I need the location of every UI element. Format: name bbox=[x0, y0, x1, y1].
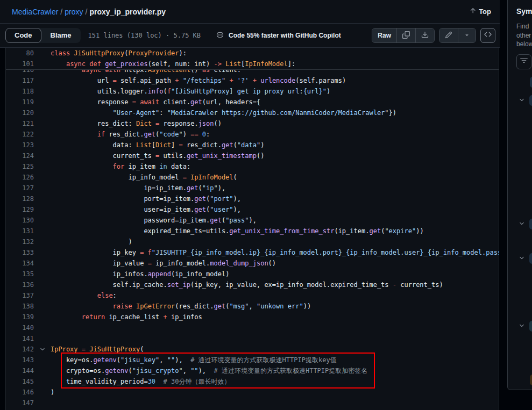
line-number[interactable]: 126 bbox=[6, 172, 34, 183]
symbol-item[interactable] bbox=[530, 77, 532, 88]
line-number[interactable]: 147 bbox=[6, 398, 34, 408]
line-number[interactable]: 141 bbox=[6, 333, 34, 344]
symbol-item[interactable] bbox=[529, 219, 532, 229]
edit-button[interactable] bbox=[439, 28, 458, 42]
code-line: 136 self.ip_cache.set_ip(ip_key, ip_valu… bbox=[6, 279, 499, 290]
symbols-panel-content: Sym Find other below bbox=[516, 1, 532, 69]
line-number[interactable]: 118 bbox=[6, 86, 34, 97]
code-line: 127 ip=ip_item.get("ip"), bbox=[6, 183, 499, 193]
line-number[interactable]: 132 bbox=[6, 236, 34, 247]
copilot-banner: Code 55% faster with GitHub Copilot bbox=[216, 31, 341, 41]
line-number[interactable]: 140 bbox=[6, 322, 34, 333]
raw-button[interactable]: Raw bbox=[372, 28, 397, 42]
line-number[interactable]: 129 bbox=[6, 204, 34, 215]
code-line: 120 "User-Agent": "MediaCrawler https://… bbox=[6, 107, 499, 118]
line-number[interactable]: 142 bbox=[6, 344, 34, 355]
fold-spacer bbox=[34, 387, 51, 398]
breadcrumb-repo-link[interactable]: MediaCrawler bbox=[12, 8, 58, 16]
code-text: else: bbox=[51, 290, 117, 301]
line-number[interactable]: 139 bbox=[6, 312, 34, 322]
code-line: 140 bbox=[6, 322, 499, 333]
code-text: url = self.api_path + "/fetchips" + '?' … bbox=[51, 75, 346, 86]
line-number[interactable]: 146 bbox=[6, 387, 34, 398]
edit-dropdown-button[interactable] bbox=[458, 28, 476, 42]
fold-chevron-icon[interactable] bbox=[34, 344, 51, 355]
code-line: 123 data: List[Dict] = res_dict.get("dat… bbox=[6, 140, 499, 150]
fold-spacer bbox=[34, 226, 51, 236]
chevron-down-icon[interactable] bbox=[519, 321, 525, 331]
line-number[interactable]: 80 bbox=[6, 48, 34, 59]
line-number[interactable]: 145 bbox=[6, 376, 34, 387]
code-text: self.ip_cache.set_ip(ip_key, ip_value, e… bbox=[51, 279, 443, 290]
line-number[interactable]: 128 bbox=[6, 193, 34, 204]
sticky-scope-header: 80class JiSuHttpProxy(ProxyProvider):101… bbox=[6, 48, 499, 70]
code-text: data: List[Dict] = res_dict.get("data") bbox=[51, 140, 264, 150]
line-number[interactable]: 130 bbox=[6, 215, 34, 226]
breadcrumb-dir-link[interactable]: proxy bbox=[65, 8, 83, 16]
code-line: 134 ip_value = ip_info_model.model_dump_… bbox=[6, 258, 499, 269]
line-number[interactable]: 124 bbox=[6, 150, 34, 161]
symbol-item[interactable] bbox=[529, 321, 532, 332]
code-text: IpProxy = JiSuHttpProxy( bbox=[51, 344, 144, 355]
tab-blame[interactable]: Blame bbox=[41, 28, 81, 43]
line-number[interactable]: 131 bbox=[6, 226, 34, 236]
symbol-item[interactable] bbox=[530, 375, 532, 385]
line-number[interactable]: 135 bbox=[6, 269, 34, 279]
line-number[interactable]: 137 bbox=[6, 290, 34, 301]
code-line: 145 time_validity_period=30 # 30分钟（最长时效） bbox=[6, 376, 499, 387]
fold-spacer bbox=[34, 322, 51, 333]
symbols-panel-heading: Sym bbox=[516, 7, 532, 16]
line-number[interactable]: 127 bbox=[6, 183, 34, 193]
chevron-down-icon[interactable] bbox=[519, 254, 525, 263]
line-number[interactable]: 119 bbox=[6, 97, 34, 107]
code-text: async def get_proxies(self, num: int) ->… bbox=[51, 59, 295, 69]
symbols-panel: Sym Find other below bbox=[507, 0, 532, 390]
download-button[interactable] bbox=[416, 28, 434, 42]
code-blame-switch: Code Blame bbox=[5, 28, 81, 43]
code-line: 139 return ip_cache_list + ip_infos bbox=[6, 312, 499, 322]
code-text: current_ts = utils.get_unix_timestamp() bbox=[51, 150, 264, 161]
code-text: user=ip_item.get("user"), bbox=[51, 204, 241, 215]
line-number[interactable]: 134 bbox=[6, 258, 34, 269]
code-text: password=ip_item.get("pass"), bbox=[51, 215, 257, 226]
fold-spacer bbox=[34, 129, 51, 140]
symbol-group-row bbox=[519, 253, 532, 264]
line-number[interactable]: 144 bbox=[6, 365, 34, 376]
line-number[interactable]: 121 bbox=[6, 118, 34, 129]
line-number[interactable]: 123 bbox=[6, 140, 34, 150]
fold-spacer bbox=[34, 150, 51, 161]
fold-spacer bbox=[34, 75, 51, 86]
breadcrumb: MediaCrawler/proxy/proxy_ip_provider.py bbox=[12, 8, 166, 16]
line-number[interactable]: 117 bbox=[6, 75, 34, 86]
code-line: 125 for ip_item in data: bbox=[6, 161, 499, 172]
back-to-top-link[interactable]: Top bbox=[469, 7, 491, 16]
fold-spacer bbox=[34, 172, 51, 183]
tab-code[interactable]: Code bbox=[5, 28, 41, 43]
symbol-item[interactable] bbox=[529, 253, 532, 264]
code-text: key=os.getenv("jisu_key", ""), # 通过环境变量的… bbox=[51, 355, 337, 365]
code-text: response = await client.get(url, headers… bbox=[51, 97, 260, 107]
chevron-down-icon[interactable] bbox=[519, 219, 525, 229]
line-number[interactable]: 101 bbox=[6, 59, 34, 69]
code-line: 146) bbox=[6, 387, 499, 398]
copy-button[interactable] bbox=[397, 28, 416, 42]
symbol-item[interactable] bbox=[529, 95, 532, 106]
line-number[interactable]: 138 bbox=[6, 301, 34, 312]
line-number[interactable]: 125 bbox=[6, 161, 34, 172]
code-symbols-icon bbox=[484, 31, 492, 40]
line-number[interactable]: 122 bbox=[6, 129, 34, 140]
code-line: 121 res_dict: Dict = response.json() bbox=[6, 118, 499, 129]
line-number[interactable]: 133 bbox=[6, 247, 34, 258]
line-number[interactable]: 120 bbox=[6, 107, 34, 118]
fold-spacer bbox=[34, 247, 51, 258]
chevron-down-icon[interactable] bbox=[519, 96, 525, 105]
fold-spacer bbox=[34, 204, 51, 215]
fold-spacer bbox=[34, 376, 51, 387]
breadcrumb-file-name: proxy_ip_provider.py bbox=[89, 8, 166, 16]
line-number[interactable]: 143 bbox=[6, 355, 34, 365]
symbols-filter-button[interactable] bbox=[516, 54, 531, 69]
symbols-panel-toggle-button[interactable] bbox=[480, 28, 495, 43]
line-number[interactable]: 136 bbox=[6, 279, 34, 290]
code-text: ) bbox=[51, 387, 54, 398]
code-line: 144 crypto=os.getenv("jisu_crypto", ""),… bbox=[6, 365, 499, 376]
